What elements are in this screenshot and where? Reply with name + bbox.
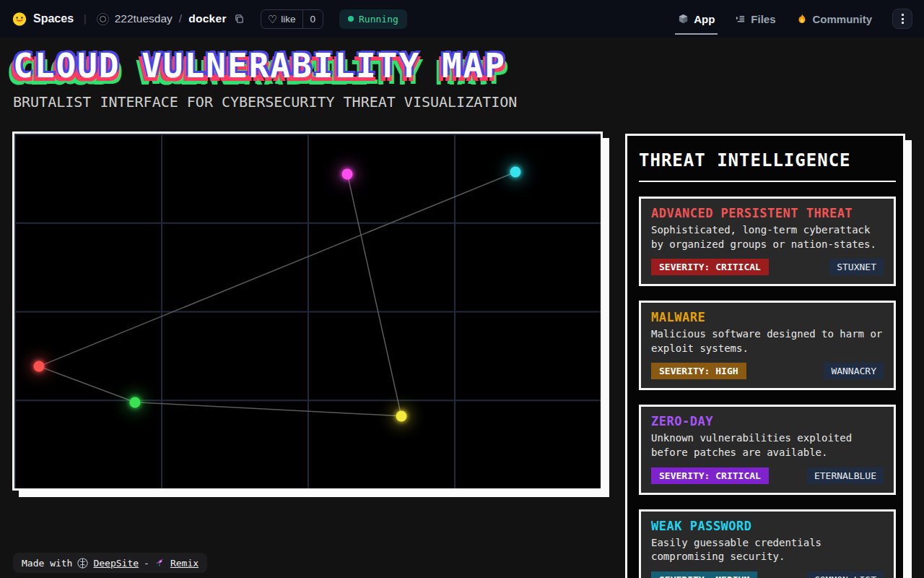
owner-link[interactable]: 222tuesday: [115, 12, 173, 25]
tab-files-label: Files: [751, 13, 775, 25]
copy-repo-name-button[interactable]: [234, 14, 245, 25]
like-widget[interactable]: ♡ like 0: [261, 9, 323, 29]
node-yellow[interactable]: [396, 410, 406, 421]
status-dot-icon: [348, 16, 354, 22]
severity-badge: SEVERITY: CRITICAL: [651, 259, 769, 275]
tab-files[interactable]: Files: [725, 0, 785, 38]
threat-title: ZERO-DAY: [651, 414, 884, 428]
panel-divider: [639, 181, 896, 182]
community-flame-icon: [796, 13, 808, 25]
severity-badge: SEVERITY: CRITICAL: [651, 467, 769, 484]
panel-title: THREAT INTELLIGENCE: [639, 150, 896, 171]
threat-card-malware[interactable]: MALWARE Malicious software designed to h…: [639, 301, 896, 390]
nav-divider: |: [84, 13, 87, 25]
hero-section: CLOUD VULNERABILITY MAP BRUTALIST INTERF…: [13, 48, 517, 111]
status-badge[interactable]: Running: [339, 9, 407, 29]
connection-line: [39, 172, 515, 366]
threat-card-weak-password[interactable]: WEAK PASSWORD Easily guessable credentia…: [639, 509, 896, 578]
node-green[interactable]: [130, 397, 141, 407]
tab-app[interactable]: App: [668, 0, 725, 38]
example-tag: WANNACRY: [824, 363, 884, 379]
connection-line: [135, 402, 401, 416]
threat-card-apt[interactable]: ADVANCED PERSISTENT THREAT Sophisticated…: [639, 197, 896, 286]
made-with-label: Made with: [22, 558, 72, 569]
vulnerability-map[interactable]: [12, 131, 603, 491]
top-navbar: Spaces | 222tuesday / docker ♡ like 0 Ru…: [0, 0, 924, 38]
heart-icon: ♡: [268, 14, 277, 25]
severity-badge: SEVERITY: HIGH: [651, 363, 746, 379]
example-tag: ETERNALBLUE: [807, 467, 884, 484]
threat-description: Easily guessable credentials compromisin…: [651, 536, 884, 564]
repo-link[interactable]: docker: [188, 12, 227, 25]
tab-community[interactable]: Community: [786, 0, 883, 38]
connection-line: [39, 366, 135, 402]
cube-icon: [678, 14, 689, 25]
threat-title: MALWARE: [651, 310, 884, 324]
node-cyan[interactable]: [510, 167, 521, 178]
threat-intelligence-panel: THREAT INTELLIGENCE ADVANCED PERSISTENT …: [625, 134, 905, 578]
threat-card-zeroday[interactable]: ZERO-DAY Unknown vulnerabilities exploit…: [639, 405, 896, 494]
like-count[interactable]: 0: [302, 10, 323, 28]
files-icon: [735, 14, 746, 25]
spaces-brand-link[interactable]: Spaces: [33, 12, 74, 25]
page-title: CLOUD VULNERABILITY MAP: [13, 48, 517, 85]
threat-description: Unknown vulnerabilities exploited before…: [651, 431, 884, 460]
status-label: Running: [359, 14, 398, 25]
connection-lines: [14, 134, 601, 488]
threat-description: Malicious software designed to harm or e…: [651, 327, 884, 355]
rocket-icon: [154, 558, 165, 569]
tab-community-label: Community: [813, 13, 873, 25]
deepsite-logo-icon: [77, 558, 88, 569]
tab-app-label: App: [694, 13, 715, 25]
example-tag: STUXNET: [829, 259, 884, 275]
threat-title: WEAK PASSWORD: [651, 519, 884, 533]
page-subtitle: BRUTALIST INTERFACE FOR CYBERSECURITY TH…: [13, 93, 517, 111]
like-label: like: [281, 14, 295, 25]
deepsite-link[interactable]: DeepSite: [93, 558, 139, 569]
threat-title: ADVANCED PERSISTENT THREAT: [651, 206, 884, 220]
made-with-badge[interactable]: Made with DeepSite - Remix: [13, 553, 207, 573]
connection-line: [347, 174, 401, 416]
dash: -: [144, 558, 149, 569]
severity-badge: SEVERITY: MEDIUM: [651, 571, 757, 578]
breadcrumb-slash: /: [179, 12, 182, 25]
remix-link[interactable]: Remix: [170, 558, 199, 569]
more-options-button[interactable]: [892, 9, 912, 29]
huggingface-logo-icon: [12, 11, 27, 27]
threat-description: Sophisticated, long-term cyberattack by …: [651, 223, 884, 251]
node-red[interactable]: [34, 361, 45, 372]
node-magenta[interactable]: [342, 168, 353, 179]
owner-avatar[interactable]: [97, 13, 109, 25]
example-tag: COMMON LIST: [807, 571, 884, 578]
